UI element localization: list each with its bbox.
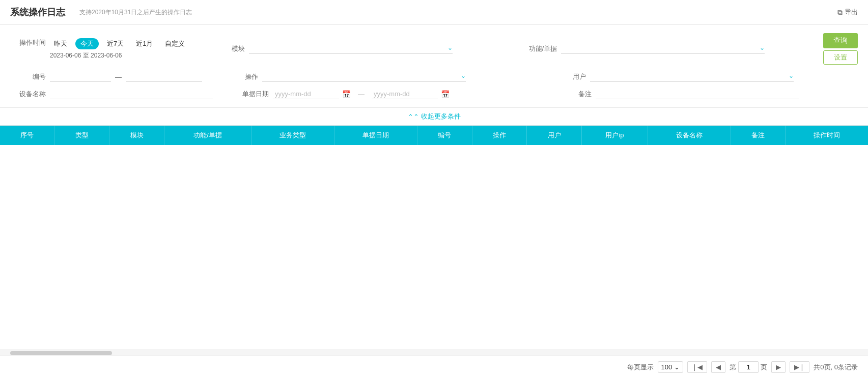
time-btn-custom[interactable]: 自定义 [161, 38, 189, 49]
col-doc-date: 单据日期 [334, 126, 417, 145]
col-module: 模块 [109, 126, 164, 145]
time-buttons: 昨天 今天 近7天 近1月 自定义 [50, 38, 189, 49]
col-biz-type: 业务类型 [251, 126, 334, 145]
time-label: 操作时间 [10, 38, 46, 47]
pagination-bar: 每页显示 100 ⌄ ❘◀ ◀ 第 页 ▶ ▶❘ 共0页, 0条记录 [0, 356, 868, 378]
col-type: 类型 [54, 126, 109, 145]
user-select[interactable]: ⌄ [590, 72, 794, 82]
per-page-value: 100 [661, 363, 673, 371]
col-serial-no: 编号 [417, 126, 472, 145]
filter-row-2: 编号 — 操作 ⌄ 用户 ⌄ [10, 72, 858, 82]
device-filter: 设备名称 [10, 89, 213, 99]
action-buttons: 查询 设置 [823, 33, 858, 65]
function-filter: 功能/单据 ⌄ [521, 44, 813, 54]
scrollbar-thumb[interactable] [10, 351, 112, 355]
next-page-button[interactable]: ▶ [771, 361, 786, 373]
time-btn-yesterday[interactable]: 昨天 [50, 38, 71, 49]
col-op-time: 操作时间 [786, 126, 868, 145]
collapse-icon: ⌃⌃ [408, 113, 419, 121]
last-page-button[interactable]: ▶❘ [790, 361, 809, 373]
page-unit: 页 [761, 363, 767, 372]
remark-filter: 备注 [556, 89, 858, 99]
serial-from-input[interactable] [50, 72, 111, 82]
col-user-ip: 用户ip [582, 126, 648, 145]
function-dropdown-icon: ⌄ [760, 44, 765, 51]
page-label: 第 [730, 363, 736, 372]
col-operation: 操作 [472, 126, 527, 145]
col-serial: 序号 [0, 126, 54, 145]
settings-button[interactable]: 设置 [823, 50, 858, 65]
doc-date-dash: — [358, 91, 365, 98]
user-filter: 用户 ⌄ [550, 72, 858, 82]
page-info: 第 页 [730, 361, 767, 373]
serial-filter: 编号 — [10, 72, 202, 82]
filter-row-3: 设备名称 单据日期 📅 — 📅 备注 [10, 89, 858, 99]
collapse-button[interactable]: ⌃⌃ 收起更多条件 [408, 112, 461, 121]
time-btn-1month[interactable]: 近1月 [132, 38, 157, 49]
export-icon: ⧉ [837, 8, 843, 17]
export-label: 导出 [845, 8, 858, 17]
prev-page-button[interactable]: ◀ [711, 361, 725, 373]
filter-row-1: 操作时间 昨天 今天 近7天 近1月 自定义 2023-06-06 至 2023… [10, 33, 858, 65]
device-input[interactable] [50, 89, 213, 99]
table-header: 序号 类型 模块 功能/单据 业务类型 单据日期 编号 操作 用户 用户ip 设… [0, 126, 868, 145]
function-label: 功能/单据 [521, 44, 557, 53]
time-filter-group: 昨天 今天 近7天 近1月 自定义 2023-06-06 至 2023-06-0… [50, 38, 189, 60]
serial-label: 编号 [10, 72, 46, 81]
time-range: 2023-06-06 至 2023-06-06 [50, 51, 189, 60]
doc-date-from-input[interactable] [273, 89, 339, 99]
per-page-dropdown-icon: ⌄ [674, 363, 680, 371]
serial-to-input[interactable] [126, 72, 202, 82]
serial-dash: — [115, 73, 122, 81]
time-filter: 操作时间 昨天 今天 近7天 近1月 自定义 2023-06-06 至 2023… [10, 38, 189, 60]
filter-area: 操作时间 昨天 今天 近7天 近1月 自定义 2023-06-06 至 2023… [0, 25, 868, 108]
per-page-label: 每页显示 [627, 363, 654, 372]
first-page-button[interactable]: ❘◀ [687, 361, 707, 373]
doc-date-from-calendar-icon[interactable]: 📅 [342, 90, 351, 98]
time-btn-today[interactable]: 今天 [75, 38, 99, 49]
operation-label: 操作 [222, 72, 258, 81]
doc-date-label: 单据日期 [233, 90, 269, 99]
operation-select[interactable]: ⌄ [262, 72, 466, 82]
col-remark: 备注 [731, 126, 786, 145]
user-dropdown-icon: ⌄ [789, 72, 794, 79]
data-table: 序号 类型 模块 功能/单据 业务类型 单据日期 编号 操作 用户 用户ip 设… [0, 126, 868, 145]
doc-date-to-input[interactable] [372, 89, 438, 99]
total-info: 共0页, 0条记录 [814, 363, 858, 372]
function-select[interactable]: ⌄ [561, 44, 765, 54]
page-header: 系统操作日志 支持2020年10月31日之后产生的操作日志 ⧉ 导出 [0, 0, 868, 25]
collapse-bar: ⌃⌃ 收起更多条件 [0, 108, 868, 126]
col-device: 设备名称 [648, 126, 731, 145]
device-label: 设备名称 [10, 90, 46, 99]
doc-date-filter: 单据日期 📅 — 📅 [233, 89, 536, 99]
page-title: 系统操作日志 [10, 6, 65, 18]
current-page-input[interactable] [738, 361, 759, 373]
time-btn-7days[interactable]: 近7天 [103, 38, 128, 49]
horizontal-scrollbar[interactable] [0, 350, 868, 356]
doc-date-to-calendar-icon[interactable]: 📅 [441, 90, 450, 98]
collapse-label: 收起更多条件 [421, 112, 461, 121]
query-button[interactable]: 查询 [823, 33, 858, 48]
module-label: 模块 [209, 44, 245, 53]
module-dropdown-icon: ⌄ [447, 44, 453, 51]
remark-label: 备注 [556, 90, 592, 99]
module-filter: 模块 ⌄ [209, 44, 501, 54]
remark-input[interactable] [596, 89, 799, 99]
module-select[interactable]: ⌄ [249, 44, 453, 54]
page-container: 系统操作日志 支持2020年10月31日之后产生的操作日志 ⧉ 导出 操作时间 … [0, 0, 868, 378]
page-subtitle: 支持2020年10月31日之后产生的操作日志 [79, 8, 192, 17]
export-button[interactable]: ⧉ 导出 [837, 8, 858, 17]
user-label: 用户 [550, 72, 586, 81]
operation-dropdown-icon: ⌄ [461, 72, 466, 79]
table-header-row: 序号 类型 模块 功能/单据 业务类型 单据日期 编号 操作 用户 用户ip 设… [0, 126, 868, 145]
doc-date-range: 📅 — 📅 [273, 89, 450, 99]
operation-filter: 操作 ⌄ [222, 72, 530, 82]
col-function: 功能/单据 [164, 126, 251, 145]
table-area: 序号 类型 模块 功能/单据 业务类型 单据日期 编号 操作 用户 用户ip 设… [0, 126, 868, 350]
col-user: 用户 [527, 126, 582, 145]
per-page-select[interactable]: 100 ⌄ [658, 361, 684, 373]
